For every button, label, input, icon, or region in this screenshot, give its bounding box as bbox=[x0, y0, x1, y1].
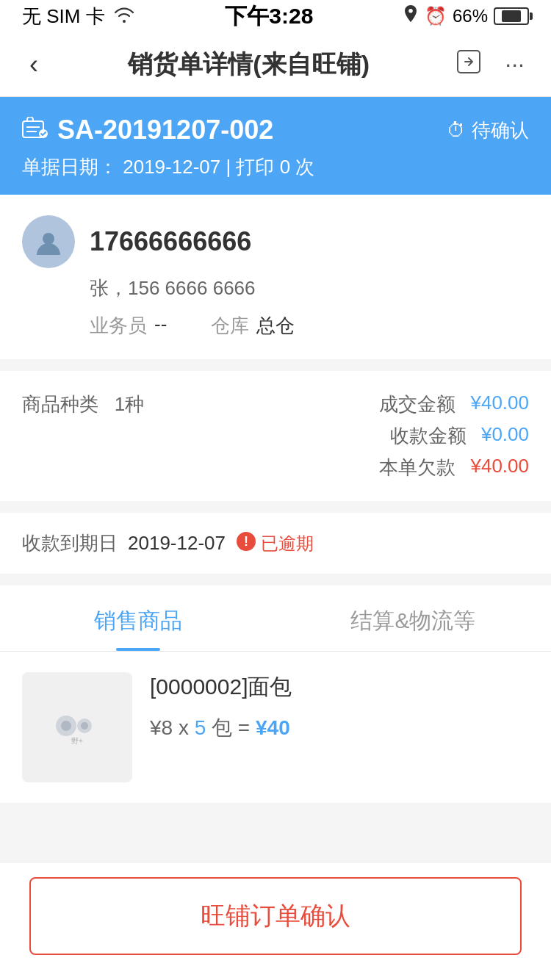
battery-percent: 66% bbox=[453, 6, 488, 26]
received-row: 收款金额 ¥0.00 bbox=[390, 423, 529, 449]
battery-icon bbox=[494, 7, 529, 25]
customer-row: 17666666666 bbox=[22, 215, 529, 268]
status-right: ⏰ 66% bbox=[403, 4, 529, 28]
owed-row: 本单欠款 ¥40.00 bbox=[379, 455, 529, 480]
tabs-row: 销售商品 结算&物流等 bbox=[0, 586, 551, 652]
warehouse-meta: 仓库 总仓 bbox=[211, 313, 295, 339]
customer-section: 17666666666 张，156 6666 6666 业务员 -- 仓库 总仓 bbox=[0, 195, 551, 359]
svg-point-5 bbox=[43, 233, 54, 245]
avatar bbox=[22, 215, 75, 268]
nav-bar: ‹ 销货单详情(来自旺铺) ··· bbox=[0, 32, 551, 97]
tabs-section: 销售商品 结算&物流等 野+ [0000002]面包 ¥8 x bbox=[0, 586, 551, 803]
status-bar: 无 SIM 卡 下午3:28 ⏰ 66% bbox=[0, 0, 551, 32]
status-clock-icon: ⏱ bbox=[447, 119, 466, 142]
product-calc: ¥8 x 5 包 = ¥40 bbox=[150, 714, 529, 742]
summary-right: 成交金额 ¥40.00 收款金额 ¥0.00 本单欠款 ¥40.00 bbox=[379, 392, 529, 480]
share-icon[interactable] bbox=[452, 45, 486, 84]
location-icon bbox=[403, 4, 419, 28]
bottom-bar: 旺铺订单确认 bbox=[0, 862, 551, 980]
svg-point-9 bbox=[61, 721, 71, 731]
overdue-icon: ! bbox=[236, 531, 256, 556]
amount-row: 成交金额 ¥40.00 bbox=[379, 392, 529, 417]
customer-phone: 17666666666 bbox=[90, 226, 251, 257]
order-status: ⏱ 待确认 bbox=[447, 118, 529, 143]
tab-settlement[interactable]: 结算&物流等 bbox=[276, 586, 551, 651]
product-list: 野+ [0000002]面包 ¥8 x 5 包 = ¥40 bbox=[0, 652, 551, 803]
status-left: 无 SIM 卡 bbox=[22, 4, 136, 29]
back-button[interactable]: ‹ bbox=[22, 42, 46, 87]
tab-products[interactable]: 销售商品 bbox=[0, 586, 276, 651]
status-time: 下午3:28 bbox=[225, 1, 313, 32]
overdue-badge: ! 已逾期 bbox=[236, 531, 314, 556]
svg-point-11 bbox=[81, 722, 88, 729]
sales-meta: 业务员 -- bbox=[90, 313, 167, 339]
page-title: 销货单详情(来自旺铺) bbox=[46, 48, 452, 82]
wifi-icon bbox=[112, 5, 136, 28]
order-id: SA-20191207-002 bbox=[22, 115, 273, 145]
product-item: 野+ [0000002]面包 ¥8 x 5 包 = ¥40 bbox=[22, 672, 529, 782]
customer-name: 张，156 6666 6666 bbox=[90, 275, 529, 301]
order-header-banner: SA-20191207-002 ⏱ 待确认 单据日期： 2019-12-07 |… bbox=[0, 97, 551, 195]
carrier-text: 无 SIM 卡 bbox=[22, 4, 105, 29]
order-icon bbox=[22, 115, 48, 145]
svg-text:!: ! bbox=[244, 534, 248, 549]
nav-actions: ··· bbox=[452, 45, 529, 84]
summary-left: 商品种类 1种 bbox=[22, 392, 144, 417]
svg-text:野+: 野+ bbox=[71, 737, 83, 745]
product-thumbnail: 野+ bbox=[22, 672, 132, 782]
confirm-order-button[interactable]: 旺铺订单确认 bbox=[29, 877, 522, 955]
due-date-section: 收款到期日 2019-12-07 ! 已逾期 bbox=[0, 513, 551, 574]
order-date-row: 单据日期： 2019-12-07 | 打印 0 次 bbox=[22, 154, 529, 180]
customer-meta: 业务员 -- 仓库 总仓 bbox=[90, 313, 529, 339]
more-icon[interactable]: ··· bbox=[500, 46, 529, 82]
product-name: [0000002]面包 bbox=[150, 672, 529, 702]
product-info: [0000002]面包 ¥8 x 5 包 = ¥40 bbox=[150, 672, 529, 742]
clock-icon: ⏰ bbox=[425, 6, 447, 26]
summary-row: 商品种类 1种 成交金额 ¥40.00 收款金额 ¥0.00 本单欠款 ¥40.… bbox=[22, 392, 529, 480]
order-id-row: SA-20191207-002 ⏱ 待确认 bbox=[22, 115, 529, 145]
summary-section: 商品种类 1种 成交金额 ¥40.00 收款金额 ¥0.00 本单欠款 ¥40.… bbox=[0, 371, 551, 501]
